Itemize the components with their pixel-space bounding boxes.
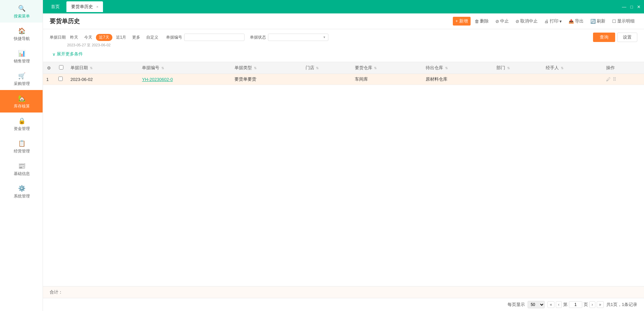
new-button[interactable]: + 新增 xyxy=(453,17,471,26)
select-all-checkbox[interactable] xyxy=(59,65,63,70)
sidebar-item-label: 经营管理 xyxy=(14,148,30,154)
window-minimize-button[interactable]: — xyxy=(622,4,626,9)
window-maximize-button[interactable]: □ xyxy=(630,4,633,9)
col-department-label: 部门 xyxy=(496,65,505,70)
doc-number-label: 单据编号 xyxy=(166,35,182,40)
cancel-stop-icon: ⊘ xyxy=(516,19,519,24)
date-yesterday[interactable]: 昨天 xyxy=(68,34,80,41)
col-req-warehouse: 要货仓库 ⇅ xyxy=(352,62,422,74)
col-store-sort-icon[interactable]: ⇅ xyxy=(316,66,319,70)
trash-icon: 🗑 xyxy=(475,19,479,24)
summary-label: 合计： xyxy=(50,290,63,295)
cell-type: 要货单要货 xyxy=(231,74,302,85)
page-suffix: 页 xyxy=(584,302,588,308)
export-icon: 📤 xyxy=(569,19,574,24)
sidebar-item-sales[interactable]: 📊 销售管理 xyxy=(0,45,43,68)
doc-number-input[interactable] xyxy=(184,34,245,41)
delete-button[interactable]: 🗑 删除 xyxy=(472,17,491,26)
print-icon: 🖨 xyxy=(544,19,549,24)
filter-row: 单据日期 昨天 今天 近7天 近1月 更多 自定义 单据编号 单据状态 xyxy=(50,33,637,42)
finance-icon: 🔒 xyxy=(18,117,25,125)
tab-active[interactable]: 要货单历史 × xyxy=(66,1,103,12)
col-settings: ⚙ xyxy=(43,62,55,74)
row-checkbox[interactable] xyxy=(58,77,63,81)
stop-icon: ⊘ xyxy=(495,19,499,24)
last-page-button[interactable]: » xyxy=(597,301,604,308)
page-size-select[interactable]: 20 50 100 xyxy=(528,301,545,308)
edit-icon[interactable]: 🖊 xyxy=(606,77,611,82)
checkbox-icon: ☐ xyxy=(612,19,616,24)
sidebar-item-quick-nav[interactable]: 🏠 快捷导航 xyxy=(0,23,43,45)
print-arrow-icon: ▾ xyxy=(559,19,562,24)
show-detail-label: 显示明细 xyxy=(617,18,635,24)
date-last7days[interactable]: 近7天 xyxy=(96,34,112,41)
expand-more-button[interactable]: ∨ 展开更多条件 xyxy=(50,50,637,58)
refresh-button[interactable]: 🔄 刷新 xyxy=(588,17,608,26)
cell-action: 🖊 ⠿ xyxy=(603,74,644,85)
cell-store xyxy=(302,74,352,85)
col-req-warehouse-sort-icon[interactable]: ⇅ xyxy=(374,66,377,70)
col-date-sort-icon[interactable]: ⇅ xyxy=(90,66,93,70)
export-button[interactable]: 📤 导出 xyxy=(566,17,586,26)
action-icons: 🖊 ⠿ xyxy=(606,77,641,82)
col-store: 门店 ⇅ xyxy=(302,62,352,74)
pagination: 每页显示 20 50 100 « ‹ 第 页 › » 共1页，1条记录 xyxy=(43,298,644,311)
sales-icon: 📊 xyxy=(18,50,25,57)
col-number-sort-icon[interactable]: ⇅ xyxy=(161,66,164,70)
doc-status-select[interactable] xyxy=(268,34,328,41)
doc-number-link[interactable]: YH-20230602-0 xyxy=(142,77,173,82)
system-icon: ⚙️ xyxy=(18,185,25,192)
col-number: 单据编号 ⇅ xyxy=(139,62,231,74)
cancel-stop-button[interactable]: ⊘ 取消中止 xyxy=(513,17,540,26)
table-settings-icon[interactable]: ⚙ xyxy=(47,65,51,71)
sidebar-item-system[interactable]: ⚙️ 系统管理 xyxy=(0,180,43,203)
show-detail-button[interactable]: ☐ 显示明细 xyxy=(609,17,637,26)
date-today[interactable]: 今天 xyxy=(82,34,95,41)
col-pending-warehouse-sort-icon[interactable]: ⇅ xyxy=(445,66,448,70)
date-filter-label: 单据日期 xyxy=(50,35,66,40)
query-actions: 查询 设置 xyxy=(593,33,637,42)
query-button[interactable]: 查询 xyxy=(593,33,615,42)
doc-status-filter-group: 单据状态 xyxy=(250,34,328,41)
prev-page-button[interactable]: ‹ xyxy=(556,301,562,308)
stop-button[interactable]: ⊘ 中止 xyxy=(493,17,512,26)
table-body: 1 2023-06-02 YH-20230602-0 要货单要货 车间库 原材料… xyxy=(43,74,644,85)
col-checkbox xyxy=(55,62,67,74)
new-button-label: + 新增 xyxy=(455,18,468,24)
search-menu-icon: 🔍 xyxy=(18,5,25,12)
page-number-input[interactable] xyxy=(569,301,582,308)
date-options: 昨天 今天 近7天 近1月 更多 自定义 xyxy=(68,34,161,41)
next-page-button[interactable]: › xyxy=(589,301,595,308)
refresh-label: 刷新 xyxy=(597,18,605,24)
col-req-warehouse-label: 要货仓库 xyxy=(355,65,372,70)
sidebar-item-search-menu[interactable]: 🔍 搜索菜单 xyxy=(0,0,43,23)
expand-label: 展开更多条件 xyxy=(57,51,83,57)
window-close-button[interactable]: ✕ xyxy=(637,4,641,9)
settings-button[interactable]: 设置 xyxy=(617,33,637,42)
col-handler-sort-icon[interactable]: ⇅ xyxy=(561,66,564,70)
col-date-label: 单据日期 xyxy=(70,65,88,70)
cancel-stop-label: 取消中止 xyxy=(520,18,538,24)
sidebar-item-basic-info[interactable]: 📰 基础信息 xyxy=(0,158,43,180)
col-type-sort-icon[interactable]: ⇅ xyxy=(254,66,257,70)
first-page-button[interactable]: « xyxy=(547,301,554,308)
tab-home[interactable]: 首页 xyxy=(46,1,64,12)
view-icon[interactable]: ⠿ xyxy=(613,77,616,82)
tab-close-button[interactable]: × xyxy=(96,5,98,9)
col-type-label: 单据类型 xyxy=(234,65,252,70)
sidebar-item-operations[interactable]: 📋 经营管理 xyxy=(0,135,43,158)
tab-active-label: 要货单历史 xyxy=(71,4,93,10)
sidebar-item-purchase[interactable]: 🛒 采购管理 xyxy=(0,68,43,90)
cell-checkbox xyxy=(55,74,67,85)
date-custom[interactable]: 自定义 xyxy=(144,34,161,41)
col-department-sort-icon[interactable]: ⇅ xyxy=(507,66,510,70)
tab-home-label: 首页 xyxy=(51,4,60,10)
sidebar-item-finance[interactable]: 🔒 资金管理 xyxy=(0,113,43,135)
date-more[interactable]: 更多 xyxy=(130,34,143,41)
main-content: 首页 要货单历史 × — □ ✕ 要货单历史 + 新增 🗑 删除 xyxy=(43,0,644,311)
print-button[interactable]: 🖨 打印 ▾ xyxy=(542,17,565,26)
sidebar-item-inventory[interactable]: 🏡 库存核算 xyxy=(0,90,43,113)
col-date: 单据日期 ⇅ xyxy=(67,62,139,74)
table-header: ⚙ 单据日期 ⇅ 单据编号 ⇅ 单据类型 ⇅ xyxy=(43,62,644,74)
date-last1month[interactable]: 近1月 xyxy=(114,34,129,41)
